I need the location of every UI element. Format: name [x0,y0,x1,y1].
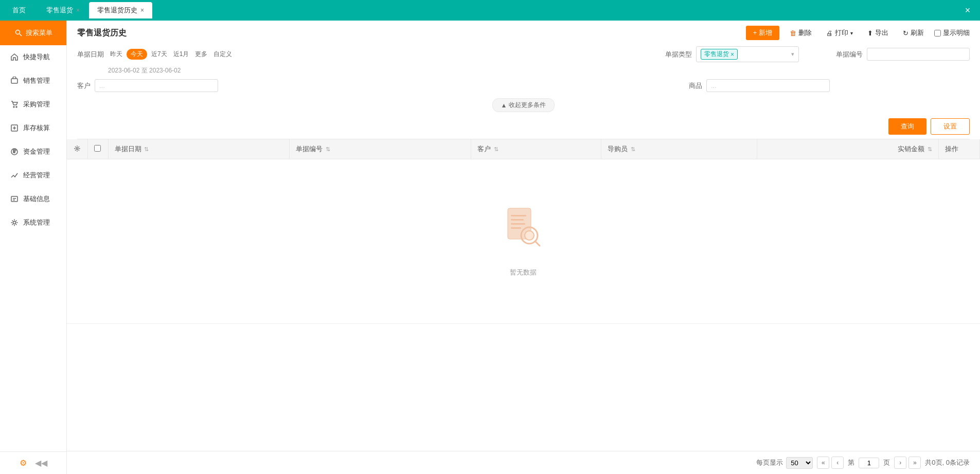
tab-retail-return[interactable]: 零售退货 × [38,2,88,19]
sidebar-item-sales[interactable]: 销售管理 [0,69,66,93]
date-btn-1month[interactable]: 近1月 [171,49,191,60]
date-label: 单据日期 [77,50,104,59]
empty-text: 暂无数据 [510,268,537,277]
svg-rect-7 [11,196,17,202]
filter-type: 单据类型 零售退货 × ▾ [665,46,799,62]
home-icon [10,52,19,62]
table-header-checkbox[interactable] [87,139,108,159]
filter-customer: 客户 ... [77,79,218,92]
collapse-button[interactable]: ▲ 收起更多条件 [492,98,555,112]
table-header-no[interactable]: 单据编号 ⇅ [290,139,471,159]
add-button[interactable]: + 新增 [746,26,779,40]
sidebar-item-operations[interactable]: 经营管理 [0,163,66,187]
type-select[interactable]: 零售退货 × ▾ [696,46,799,62]
sidebar-search[interactable]: 搜索菜单 [0,21,66,45]
export-label: 导出 [875,28,888,38]
tab-list: 零售退货 × 零售退货历史 × [38,2,959,19]
sidebar-search-label: 搜索菜单 [26,28,52,38]
date-btn-more[interactable]: 更多 [193,49,209,60]
type-tag-close[interactable]: × [730,51,734,58]
sidebar-item-sales-label: 销售管理 [23,76,50,85]
empty-state-row: 暂无数据 [67,159,980,324]
show-detail-checkbox[interactable] [934,30,941,37]
tab-retail-return-close[interactable]: × [76,7,80,14]
select-all-checkbox[interactable] [94,145,101,152]
empty-state-cell: 暂无数据 [67,159,980,324]
table-header-amount[interactable]: 实销金额 ⇅ [757,139,939,159]
svg-line-1 [20,34,22,36]
table-header-customer-label: 客户 [477,145,491,153]
sidebar-item-basic-label: 基础信息 [23,194,50,204]
table-header-date[interactable]: 单据日期 ⇅ [108,139,290,159]
collapse-up-icon: ▲ [501,102,507,109]
filter-goods: 商品 ... [689,79,830,92]
table-header-guide[interactable]: 导购员 ⇅ [601,139,757,159]
table-header-customer[interactable]: 客户 ⇅ [471,139,601,159]
refresh-icon: ↻ [903,29,908,37]
tab-retail-return-history-label: 零售退货历史 [97,6,137,15]
content-area: 零售退货历史 + 新增 🗑 删除 🖨 打印 ▾ ⬆ 导出 [67,21,980,474]
filter-actions: 查询 设置 [77,118,970,139]
window-close-button[interactable]: × [959,5,976,16]
first-page-button[interactable]: « [817,457,829,469]
sidebar-item-system-label: 系统管理 [23,218,50,227]
print-button[interactable]: 🖨 打印 ▾ [822,26,857,40]
filter-area: 单据日期 昨天 今天 近7天 近1月 更多 自定义 单据类型 [77,46,970,139]
sidebar-bottom: ⚙ ◀◀ [0,451,66,474]
pagination: 每页显示 50 10 20 100 « ‹ 第 页 › » 共0页, 0条记录 [67,451,980,474]
customer-input[interactable]: ... [95,79,218,92]
per-page-control: 每页显示 50 10 20 100 [756,457,813,469]
type-tag-value: 零售退货 [704,50,729,59]
delete-button[interactable]: 🗑 删除 [786,26,816,40]
table-header-action: 操作 [939,139,980,159]
date-btn-yesterday[interactable]: 昨天 [108,49,124,60]
sidebar-item-inventory[interactable]: 库存核算 [0,116,66,140]
date-btn-7days[interactable]: 近7天 [149,49,169,60]
tab-home[interactable]: 首页 [4,6,34,15]
prev-page-button[interactable]: ‹ [831,457,844,469]
date-btn-today[interactable]: 今天 [127,49,147,60]
settings-filter-button[interactable]: 设置 [931,118,970,135]
sidebar-item-system[interactable]: 系统管理 [0,211,66,234]
settings-button[interactable]: ⚙ [20,458,27,468]
tab-retail-return-history[interactable]: 零售退货历史 × [89,2,152,19]
tab-retail-return-history-close[interactable]: × [140,7,144,14]
per-page-label: 每页显示 [756,458,783,467]
sort-customer-icon: ⇅ [494,146,498,152]
refresh-button[interactable]: ↻ 刷新 [899,26,928,40]
table-header-row: 单据日期 ⇅ 单据编号 ⇅ 客户 ⇅ 导购员 ⇅ [67,139,980,159]
sidebar-item-finance[interactable]: 资金管理 [0,140,66,163]
page-input[interactable] [859,458,879,468]
filter-date: 单据日期 昨天 今天 近7天 近1月 更多 自定义 [77,49,234,60]
export-button[interactable]: ⬆ 导出 [863,26,893,40]
svg-line-17 [535,241,540,246]
sales-icon [10,76,19,85]
gear-icon [74,145,81,152]
customer-placeholder: ... [99,82,213,89]
empty-illustration [503,206,544,252]
page-title-row: 零售退货历史 + 新增 🗑 删除 🖨 打印 ▾ ⬆ 导出 [77,26,970,40]
print-label: 打印 [835,28,848,38]
sidebar-item-basic[interactable]: 基础信息 [0,187,66,211]
date-btn-custom[interactable]: 自定义 [211,49,234,60]
toolbar: + 新增 🗑 删除 🖨 打印 ▾ ⬆ 导出 ↻ [746,26,970,40]
per-page-select[interactable]: 50 10 20 100 [786,457,813,469]
next-page-button[interactable]: › [894,457,906,469]
table-header-gear[interactable] [67,139,87,159]
voucher-input[interactable] [867,48,970,61]
sidebar-item-quick-nav-label: 快捷导航 [23,52,50,62]
table-header-no-label: 单据编号 [296,145,323,153]
svg-point-16 [525,231,534,240]
sidebar: 搜索菜单 快捷导航 销售管理 采购管理 库存核算 [0,21,67,474]
table-header-guide-label: 导购员 [608,145,628,153]
last-page-button[interactable]: » [908,457,921,469]
query-button[interactable]: 查询 [888,118,926,135]
sidebar-item-quick-nav[interactable]: 快捷导航 [0,45,66,69]
svg-rect-11 [511,215,526,216]
mute-button[interactable]: ◀◀ [35,458,47,468]
table-header-action-label: 操作 [945,145,958,153]
sidebar-item-purchase[interactable]: 采购管理 [0,93,66,116]
delete-icon: 🗑 [790,29,796,37]
system-icon [10,218,19,227]
goods-input[interactable]: ... [706,79,830,92]
